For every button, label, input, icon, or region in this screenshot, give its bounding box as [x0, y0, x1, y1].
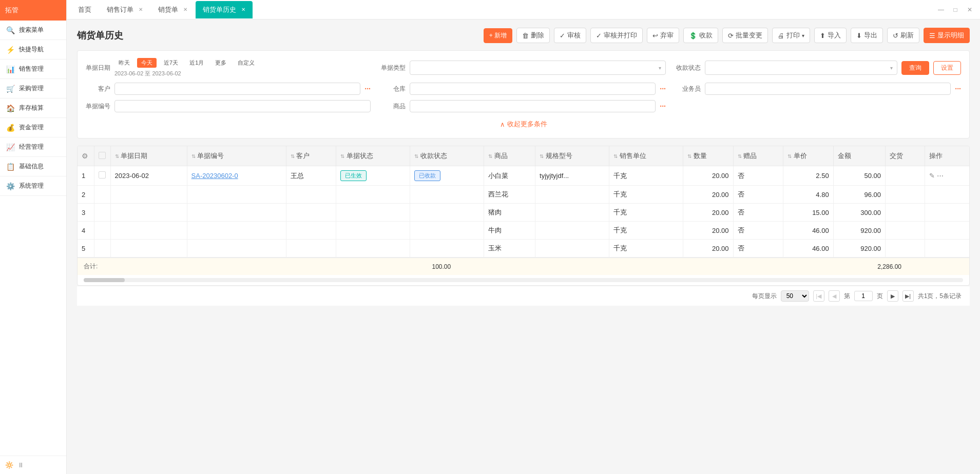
- sidebar-footer-icon1[interactable]: 🔆: [5, 461, 13, 469]
- collapse-button[interactable]: ∧ 收起更多条件: [500, 117, 547, 131]
- date-pill-custom[interactable]: 自定义: [234, 58, 259, 68]
- horizontal-scrollbar[interactable]: [84, 278, 963, 282]
- tab-sales-history[interactable]: 销货单历史 ✕: [196, 1, 253, 18]
- doc-date-cell: [110, 240, 187, 258]
- gift-sort-icon[interactable]: ⇅: [738, 153, 742, 159]
- customer-sort-icon[interactable]: ⇅: [291, 153, 295, 159]
- price-cell: 2.50: [783, 166, 834, 186]
- sidebar-item-label: 搜索菜单: [19, 26, 44, 34]
- row-checkbox[interactable]: [99, 171, 106, 179]
- sidebar-item-search-menu[interactable]: 🔍 搜索菜单: [0, 21, 66, 40]
- sidebar-item-purchase-mgmt[interactable]: 🛒 采购管理: [0, 79, 66, 98]
- spec-sort-icon[interactable]: ⇅: [540, 153, 544, 159]
- print-button[interactable]: 🖨 打印 ▾: [772, 28, 810, 43]
- more-icon[interactable]: ⋯: [937, 172, 944, 180]
- per-page-select[interactable]: 50 100 200: [781, 290, 809, 302]
- doc-status-sort-icon[interactable]: ⇅: [340, 153, 344, 159]
- minimize-button[interactable]: —: [935, 4, 947, 16]
- sidebar-item-basic-info[interactable]: 📋 基础信息: [0, 157, 66, 176]
- filter-warehouse: 仓库 ···: [381, 83, 666, 95]
- customer-input[interactable]: [114, 83, 360, 95]
- collect-status-select[interactable]: ▾: [705, 61, 897, 75]
- goods-input[interactable]: [410, 100, 656, 112]
- table-row: 2 西兰花 千克 20.00 否 4.80 96.00: [78, 186, 969, 204]
- sidebar-item-label: 快捷导航: [19, 45, 44, 54]
- delete-button[interactable]: 🗑 删除: [516, 28, 550, 43]
- settings-button[interactable]: 设置: [933, 61, 961, 75]
- detail-icon: ☰: [929, 32, 935, 40]
- sidebar-footer-icon2[interactable]: ⏸: [17, 461, 24, 469]
- date-pill-yesterday[interactable]: 昨天: [114, 58, 134, 68]
- sidebar-item-sales-mgmt[interactable]: 📊 销售管理: [0, 60, 66, 79]
- audit-button[interactable]: ✓ 审核: [554, 28, 586, 43]
- price-cell: 46.00: [783, 240, 834, 258]
- doc-date-cell: [110, 204, 187, 222]
- sidebar-item-sys-mgmt[interactable]: ⚙️ 系统管理: [0, 176, 66, 196]
- sidebar-item-inventory[interactable]: 🏠 库存核算: [0, 98, 66, 118]
- checkbox-column-header: [94, 146, 110, 166]
- operation-cell: [925, 186, 969, 204]
- new-button[interactable]: + 新增: [484, 28, 512, 43]
- audit-print-button[interactable]: ✓ 审核并打印: [590, 28, 643, 43]
- refresh-button[interactable]: ↺ 刷新: [887, 28, 919, 43]
- tab-sales-delivery-close[interactable]: ✕: [183, 7, 187, 12]
- batch-change-button[interactable]: ⟳ 批量变更: [722, 28, 768, 43]
- doc-type-select[interactable]: ▾: [410, 61, 666, 75]
- customer-dots-button[interactable]: ···: [364, 85, 371, 93]
- tab-sales-delivery[interactable]: 销货单 ✕: [151, 1, 195, 18]
- sidebar-item-operations[interactable]: 📈 经营管理: [0, 137, 66, 157]
- customer-cell: [286, 222, 336, 240]
- first-page-button[interactable]: |◀: [813, 290, 824, 302]
- goods-dots-button[interactable]: ···: [660, 102, 666, 110]
- page-number-input[interactable]: 1: [854, 291, 873, 301]
- last-page-button[interactable]: ▶|: [902, 290, 914, 302]
- select-all-checkbox[interactable]: [99, 152, 106, 159]
- date-pill-7days[interactable]: 近7天: [160, 58, 182, 68]
- staff-dots-button[interactable]: ···: [955, 85, 961, 93]
- doc-no-header: ⇅ 单据编号: [187, 146, 286, 166]
- tab-sales-order-close[interactable]: ✕: [139, 7, 143, 12]
- transaction-cell: [886, 166, 925, 186]
- collect-status-sort-icon[interactable]: ⇅: [414, 153, 418, 159]
- amount-cell: 920.00: [833, 222, 885, 240]
- edit-icon[interactable]: ✎: [929, 172, 935, 180]
- tab-sales-history-close[interactable]: ✕: [241, 7, 245, 12]
- qty-sort-icon[interactable]: ⇅: [687, 153, 691, 159]
- unit-sort-icon[interactable]: ⇅: [613, 153, 618, 159]
- query-button[interactable]: 查询: [901, 61, 929, 75]
- gear-settings-icon[interactable]: ⚙: [82, 152, 88, 160]
- filter-goods: 商品 ···: [381, 100, 666, 112]
- filter-row-3: 单据编号 商品 ···: [86, 100, 961, 112]
- show-detail-button[interactable]: ☰ 显示明细: [924, 28, 970, 43]
- date-label: 单据日期: [86, 64, 110, 72]
- doc-no-link[interactable]: SA-20230602-0: [191, 172, 238, 180]
- tab-sales-order[interactable]: 销售订单 ✕: [100, 1, 150, 18]
- staff-input[interactable]: [705, 83, 951, 95]
- prev-page-button[interactable]: ◀: [829, 290, 840, 302]
- page-unit: 页: [877, 292, 883, 301]
- export-button[interactable]: ⬇ 导出: [851, 28, 883, 43]
- date-pill-today[interactable]: 今天: [137, 58, 157, 68]
- price-sort-icon[interactable]: ⇅: [787, 153, 792, 159]
- date-pill-more[interactable]: 更多: [211, 58, 230, 68]
- abandon-button[interactable]: ↩ 弃审: [647, 28, 679, 43]
- maximize-button[interactable]: □: [949, 4, 962, 16]
- spec-cell: [535, 240, 609, 258]
- next-page-button[interactable]: ▶: [887, 290, 898, 302]
- date-pill-1month[interactable]: 近1月: [185, 58, 208, 68]
- amount-cell: 920.00: [833, 240, 885, 258]
- transaction-cell: [886, 204, 925, 222]
- doc-no-sort-icon[interactable]: ⇅: [191, 153, 196, 159]
- warehouse-dots-button[interactable]: ···: [660, 85, 666, 93]
- doc-no-input[interactable]: [114, 100, 371, 112]
- goods-sort-icon[interactable]: ⇅: [488, 153, 492, 159]
- collect-button[interactable]: 💲 收款: [683, 28, 718, 43]
- warehouse-input[interactable]: [410, 83, 656, 95]
- tab-home[interactable]: 首页: [71, 1, 99, 18]
- import-button[interactable]: ⬆ 导入: [814, 28, 847, 43]
- doc-date-sort-icon[interactable]: ⇅: [115, 153, 119, 159]
- sidebar-item-label: 经营管理: [19, 143, 44, 151]
- sidebar-item-quick-nav[interactable]: ⚡ 快捷导航: [0, 40, 66, 60]
- sidebar-item-finance[interactable]: 💰 资金管理: [0, 118, 66, 137]
- close-button[interactable]: ✕: [964, 4, 976, 16]
